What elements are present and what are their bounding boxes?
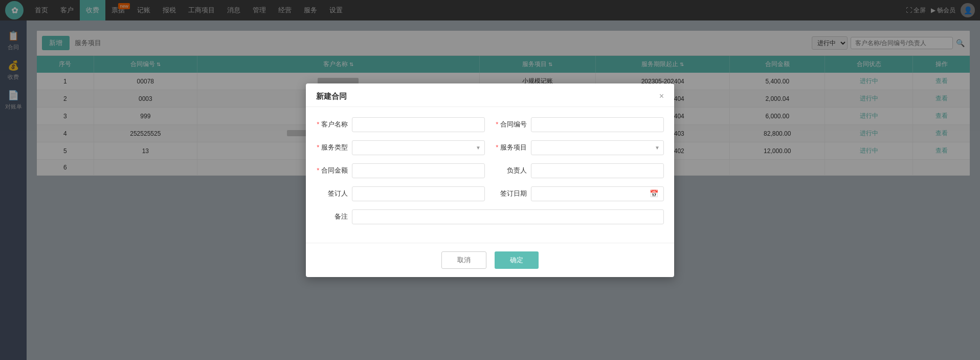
service-item-group: 服务项目 ▼ (495, 140, 664, 155)
contract-amount-label: 合同金额 (316, 166, 352, 175)
modal-body: 客户名称 合同编号 服务类型 ▼ 服务项目 (306, 107, 674, 243)
service-type-select[interactable] (352, 140, 485, 155)
responsible-person-input[interactable] (531, 163, 664, 178)
form-row-1: 客户名称 合同编号 (316, 117, 664, 132)
confirm-button[interactable]: 确定 (495, 251, 539, 269)
sign-date-label: 签订日期 (495, 189, 531, 198)
signer-input[interactable] (352, 186, 485, 201)
remarks-input[interactable] (352, 209, 664, 224)
service-type-group: 服务类型 ▼ (316, 140, 485, 155)
modal-close-button[interactable]: × (659, 92, 664, 101)
remarks-group: 备注 (316, 209, 664, 224)
service-type-wrapper: ▼ (352, 140, 485, 155)
modal-title: 新建合同 (316, 92, 347, 101)
modal-footer: 取消 确定 (306, 243, 674, 277)
remarks-label: 备注 (316, 212, 352, 221)
contract-amount-group: 合同金额 0.00 (316, 163, 485, 178)
form-row-3: 合同金额 0.00 负责人 (316, 163, 664, 178)
signer-group: 签订人 (316, 186, 485, 201)
form-row-2: 服务类型 ▼ 服务项目 ▼ (316, 140, 664, 155)
responsible-person-label: 负责人 (495, 166, 531, 175)
form-row-5: 备注 (316, 209, 664, 224)
modal-header: 新建合同 × (306, 83, 674, 107)
cancel-button[interactable]: 取消 (441, 251, 486, 269)
sign-date-group: 签订日期 2023-06-06 📅 (495, 186, 664, 201)
contract-no-label: 合同编号 (495, 120, 531, 129)
sign-date-input[interactable]: 2023-06-06 (534, 187, 648, 201)
service-item-label: 服务项目 (495, 143, 531, 152)
service-type-label: 服务类型 (316, 143, 352, 152)
customer-name-group: 客户名称 (316, 117, 485, 132)
responsible-person-group: 负责人 (495, 163, 664, 178)
sign-date-wrapper: 2023-06-06 📅 (531, 186, 664, 201)
calendar-icon[interactable]: 📅 (648, 189, 660, 198)
customer-name-input[interactable] (352, 117, 485, 132)
contract-no-group: 合同编号 (495, 117, 664, 132)
contract-amount-input[interactable]: 0.00 (352, 163, 485, 178)
form-row-4: 签订人 签订日期 2023-06-06 📅 (316, 186, 664, 201)
service-item-wrapper: ▼ (531, 140, 664, 155)
customer-name-label: 客户名称 (316, 120, 352, 129)
new-contract-modal: 新建合同 × 客户名称 合同编号 服务类型 (306, 83, 674, 277)
service-item-select[interactable] (531, 140, 664, 155)
modal-overlay: 新建合同 × 客户名称 合同编号 服务类型 (0, 0, 980, 360)
signer-label: 签订人 (316, 189, 352, 198)
contract-no-input[interactable] (531, 117, 664, 132)
